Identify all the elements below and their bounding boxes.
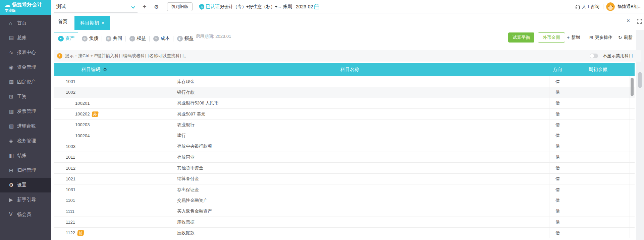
- cell-code[interactable]: 1012: [54, 166, 173, 171]
- table-row[interactable]: 100201 兴业银行5208 人民币 借: [54, 98, 635, 109]
- cell-code[interactable]: 1021: [54, 176, 173, 181]
- sidebar-item[interactable]: ◧ 结账: [0, 148, 51, 163]
- sidebar-item[interactable]: Ⅴ 畅会员: [0, 207, 51, 222]
- page-scrollbar-thumb[interactable]: [638, 72, 642, 88]
- sidebar-item[interactable]: ▥ 发票管理: [0, 104, 51, 119]
- cell-name[interactable]: 建行: [173, 130, 549, 141]
- cell-code[interactable]: 1111: [54, 209, 173, 214]
- cell-balance[interactable]: [566, 130, 630, 141]
- cell-name[interactable]: 存放同业: [173, 152, 549, 162]
- cell-balance[interactable]: [566, 152, 630, 162]
- cell-code[interactable]: 1031: [54, 187, 173, 192]
- cell-code[interactable]: 1003: [54, 144, 173, 149]
- cell-name[interactable]: 银行存款: [173, 87, 549, 97]
- category-tab[interactable]: ◍ 负债: [78, 32, 102, 45]
- cell-code[interactable]: 100204: [54, 133, 173, 138]
- cell-code[interactable]: 1002: [54, 90, 173, 95]
- cell-balance[interactable]: [566, 87, 630, 97]
- cell-balance[interactable]: [566, 217, 630, 227]
- page-scrollbar-track[interactable]: [636, 30, 644, 240]
- sidebar-item[interactable]: ⊟ 归档管理: [0, 163, 51, 178]
- account-name[interactable]: 畅捷通B组...: [618, 0, 642, 13]
- period-value[interactable]: 2023-02: [296, 0, 313, 13]
- cell-balance[interactable]: [566, 76, 630, 87]
- table-row[interactable]: 100203 农业银行 借: [54, 119, 635, 130]
- switch-old-version-button[interactable]: 切到旧版: [167, 2, 193, 11]
- table-row[interactable]: 1001 库存现金 借: [54, 76, 635, 87]
- table-row[interactable]: 1122 辅 应收账款 借: [54, 228, 635, 238]
- trial-balance-button[interactable]: 试算平衡: [508, 32, 534, 43]
- cell-balance[interactable]: [566, 184, 630, 195]
- cell-balance[interactable]: [566, 141, 630, 152]
- category-tab[interactable]: ◐ 权益: [126, 32, 150, 45]
- tab-subject-opening[interactable]: 科目期初 ×: [74, 16, 110, 30]
- sidebar-item[interactable]: ⊞ 工资: [0, 89, 51, 104]
- cell-code[interactable]: 100202 外: [54, 111, 173, 117]
- cell-balance[interactable]: [566, 228, 630, 238]
- hide-disabled-toggle[interactable]: [590, 54, 598, 58]
- certified-badge[interactable]: 企 已认证: [199, 0, 220, 13]
- tab-home[interactable]: 首页: [58, 13, 67, 30]
- table-row[interactable]: 1031 存出保证金 借: [54, 184, 635, 195]
- close-tab-icon[interactable]: ×: [102, 20, 104, 25]
- cell-balance[interactable]: [566, 119, 630, 130]
- cell-balance[interactable]: [566, 163, 630, 173]
- cell-balance[interactable]: [566, 174, 630, 184]
- cell-code[interactable]: 1121: [54, 220, 173, 225]
- more-actions-button[interactable]: ⊞ 更多操作: [589, 30, 612, 45]
- cell-name[interactable]: 买入返售金融资产: [173, 206, 549, 217]
- foreign-currency-button[interactable]: 外币金额: [538, 32, 565, 43]
- chevron-down-icon[interactable]: [131, 5, 135, 8]
- cell-code[interactable]: 1122 辅: [54, 230, 173, 236]
- sidebar-item[interactable]: ▧ 进销台账: [0, 119, 51, 134]
- cell-code[interactable]: 1101: [54, 198, 173, 203]
- workspace-selector[interactable]: 测试: [56, 0, 66, 13]
- category-tab[interactable]: ⊞ 共同: [102, 32, 126, 45]
- table-row[interactable]: 1003 存放中央银行款项 借: [54, 141, 635, 152]
- close-icon[interactable]: ×: [627, 17, 630, 24]
- cell-name[interactable]: 存放中央银行款项: [173, 141, 549, 152]
- sidebar-item[interactable]: ◉ 资金管理: [0, 60, 51, 75]
- sidebar-item[interactable]: ▦ 固定资产: [0, 75, 51, 89]
- cell-balance[interactable]: [566, 109, 630, 119]
- support-link[interactable]: 人工咨询: [575, 0, 599, 13]
- cell-name[interactable]: 其他货币资金: [173, 163, 549, 173]
- sidebar-item[interactable]: ▶ 新手引导: [0, 192, 51, 207]
- cell-name[interactable]: 兴业5897 美元: [173, 109, 549, 119]
- product-names[interactable]: 好会计（专）+好生意（标）+...: [220, 0, 281, 13]
- fullscreen-icon[interactable]: [637, 19, 642, 24]
- table-row[interactable]: 100204 建行 借: [54, 130, 635, 141]
- cell-balance[interactable]: [566, 206, 630, 217]
- cell-name[interactable]: 应收账款: [173, 228, 549, 238]
- cell-name[interactable]: 存出保证金: [173, 184, 549, 195]
- cell-balance[interactable]: [566, 195, 630, 206]
- table-row[interactable]: 1002 银行存款 借: [54, 87, 635, 98]
- table-row[interactable]: 1021 结算备付金 借: [54, 174, 635, 184]
- table-row[interactable]: 1012 其他货币资金 借: [54, 163, 635, 173]
- sidebar-item[interactable]: ▤ 总账: [0, 30, 51, 45]
- calendar-icon[interactable]: [314, 0, 319, 13]
- cell-code[interactable]: 1011: [54, 155, 173, 160]
- table-scrollbar-thumb[interactable]: [631, 78, 634, 96]
- cell-name[interactable]: 应收票据: [173, 217, 549, 227]
- cell-name[interactable]: 结算备付金: [173, 174, 549, 184]
- avatar[interactable]: [606, 2, 615, 11]
- table-row[interactable]: 1121 应收票据 借: [54, 217, 635, 228]
- add-workspace-icon[interactable]: +: [143, 0, 147, 13]
- sidebar-item[interactable]: ⌂ 首页: [0, 16, 51, 30]
- table-row[interactable]: 100202 外 兴业5897 美元 借: [54, 109, 635, 119]
- table-row[interactable]: 1101 交易性金融资产 借: [54, 195, 635, 206]
- add-button[interactable]: + 新增: [567, 30, 580, 45]
- sidebar-item[interactable]: ◈ 税务管理: [0, 134, 51, 148]
- cell-code[interactable]: 100203: [54, 122, 173, 127]
- sidebar-item[interactable]: ∿ 报表中心: [0, 45, 51, 60]
- cell-code[interactable]: 1001: [54, 79, 173, 84]
- sidebar-item[interactable]: ⚙ 设置: [0, 178, 51, 192]
- table-row[interactable]: 1111 买入返售金融资产 借: [54, 206, 635, 217]
- cell-name[interactable]: 库存现金: [173, 76, 549, 87]
- cell-name[interactable]: 兴业银行5208 人民币: [173, 98, 549, 108]
- category-tab[interactable]: ● 资产: [54, 32, 78, 45]
- category-tab[interactable]: ≋ 成本: [150, 32, 173, 45]
- cell-code[interactable]: 100201: [54, 101, 173, 106]
- refresh-button[interactable]: ↻ 刷新: [618, 30, 633, 45]
